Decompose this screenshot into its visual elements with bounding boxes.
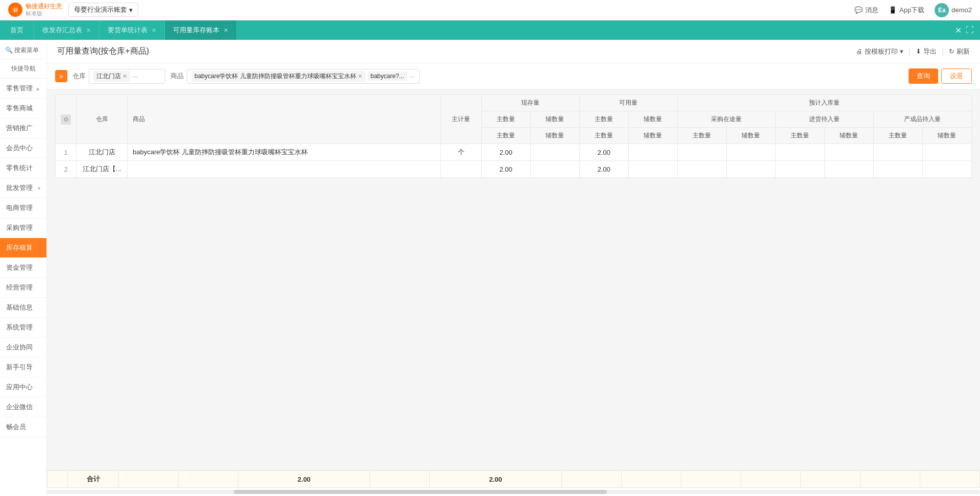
row1-incoming-sub <box>824 144 873 161</box>
sidebar-item-member-center-label: 会员中心 <box>6 144 33 153</box>
sidebar-item-new-guide[interactable]: 新手引导 <box>0 358 46 377</box>
sidebar-item-enterprise-collab[interactable]: 企业协同 <box>0 338 46 358</box>
row2-incoming-main <box>775 161 824 178</box>
sidebar-item-member-center[interactable]: 会员中心 <box>0 138 46 158</box>
tab-available-stock[interactable]: 可用量库存账本 ✕ <box>165 20 237 40</box>
sidebar-item-member[interactable]: 畅会员 <box>0 417 46 437</box>
sidebar-item-retail-mall[interactable]: 零售商城 <box>0 99 46 119</box>
sidebar-item-inventory-check[interactable]: 库存核算 <box>0 238 46 258</box>
svg-text:财: 财 <box>13 8 18 13</box>
product-filter-label: 商品 <box>170 72 184 81</box>
footer-purchase-sub <box>681 471 741 488</box>
refresh-btn[interactable]: ↻ 刷新 <box>949 47 970 56</box>
tab-order-stats[interactable]: 要货单统计表 ✕ <box>100 20 165 40</box>
tab-order-stats-close[interactable]: ✕ <box>152 27 156 34</box>
sidebar-item-ecommerce-mgmt[interactable]: 电商管理 <box>0 198 46 218</box>
product-filter-tag1: babycare学饮杯 儿童防摔防撞吸管杯重力球吸嘴杯宝宝水杯 ✕ <box>191 71 365 82</box>
tab-home-label: 首页 <box>10 26 23 35</box>
template-print-btn[interactable]: 🖨 按模板打印 ▾ <box>856 47 903 56</box>
th-purch-main2: 主数量 <box>677 128 726 144</box>
row2-available-main: 2.00 <box>579 161 628 178</box>
product-filter-input[interactable]: babycare学饮杯 儿童防摔防撞吸管杯重力球吸嘴杯宝宝水杯 ✕ babyca… <box>187 69 420 84</box>
logo-sub: 标准版 <box>26 10 62 17</box>
message-label: 消息 <box>865 6 878 15</box>
export-btn[interactable]: ⬇ 导出 <box>916 47 937 56</box>
table-row: 2 江北门店【... 2.00 2.00 <box>56 161 972 178</box>
sidebar-item-purchase-mgmt[interactable]: 采购管理 <box>0 218 46 238</box>
avatar: Ea <box>935 3 949 17</box>
footer-empty3 <box>179 471 238 488</box>
th-product-pending: 产成品待入量 <box>873 111 971 128</box>
table-row: 1 江北门店 babycare学饮杯 儿童防摔防撞吸管杯重力球吸嘴杯宝宝水杯 个… <box>56 144 972 161</box>
export-label: 导出 <box>923 47 937 56</box>
product-tag2-value: babycare?... <box>371 73 404 80</box>
th-purch-sub2: 辅数量 <box>726 128 775 144</box>
tab-order-stats-label: 要货单统计表 <box>108 26 148 35</box>
sidebar-item-retail-stats[interactable]: 零售统计 <box>0 158 46 178</box>
user-area[interactable]: Ea demo2 <box>935 3 972 17</box>
product-filter-tag2: babycare?... <box>368 72 407 81</box>
sidebar-item-basic-info-label: 基础信息 <box>6 303 33 312</box>
warehouse-filter-input[interactable]: 江北门店 ✕ ··· <box>89 69 165 84</box>
filter-bar: » 仓库 江北门店 ✕ ··· 商品 babycare学饮杯 儿童防摔防撞吸管杯… <box>47 63 980 89</box>
layout: 🔍 搜索菜单 快捷导航 零售管理 ▲ 零售商城 营销推广 会员中心 零售统计 批… <box>0 40 980 496</box>
export-icon: ⬇ <box>916 48 921 55</box>
row1-incoming-main <box>775 144 824 161</box>
footer-empty2 <box>119 471 179 488</box>
tab-available-stock-close[interactable]: ✕ <box>224 27 228 34</box>
row1-purchase-sub <box>726 144 775 161</box>
settings-icon[interactable]: ⚙ <box>61 114 71 125</box>
row1-purchase-main <box>677 144 726 161</box>
scrollbar-thumb[interactable] <box>234 490 607 494</box>
sidebar-item-marketing[interactable]: 营销推广 <box>0 119 46 138</box>
tab-receivable-close[interactable]: ✕ <box>86 27 91 34</box>
industry-selector[interactable]: 母婴行业演示账套 ▾ <box>68 3 138 17</box>
row1-product-main <box>873 144 922 161</box>
tab-receivable[interactable]: 收发存汇总表 ✕ <box>34 20 100 40</box>
expand-icon: » <box>59 72 63 80</box>
sidebar-item-sys-mgmt[interactable]: 系统管理 <box>0 318 46 338</box>
logo-text: 畅捷通好生意 <box>26 3 62 10</box>
sidebar-item-app-center[interactable]: 应用中心 <box>0 377 46 397</box>
chevron-icon: ▾ <box>38 185 40 191</box>
sidebar-item-enterprise-wechat[interactable]: 企业微信 <box>0 397 46 417</box>
row2-warehouse: 江北门店【... <box>77 161 128 178</box>
message-icon: 💬 <box>854 6 863 14</box>
row1-current-sub <box>530 144 579 161</box>
footer-row: 合计 2.00 2.00 <box>47 471 980 488</box>
horizontal-scrollbar[interactable] <box>47 490 980 494</box>
row2-product-sub <box>922 161 971 178</box>
sidebar-item-sys-mgmt-label: 系统管理 <box>6 323 33 332</box>
th-incom-sub2: 辅数量 <box>824 128 873 144</box>
row2-product-main <box>873 161 922 178</box>
sidebar-item-wholesale-mgmt[interactable]: 批发管理 ▾ <box>0 178 46 198</box>
close-all-tabs-icon[interactable]: ✕ <box>955 26 962 35</box>
sidebar-search[interactable]: 🔍 搜索菜单 <box>0 42 46 59</box>
sidebar-item-basic-info[interactable]: 基础信息 <box>0 298 46 318</box>
footer-current-main: 2.00 <box>238 471 370 488</box>
query-button[interactable]: 查询 <box>909 68 938 84</box>
warehouse-tag-value: 江北门店 <box>96 72 121 81</box>
warehouse-filter-tag: 江北门店 ✕ <box>93 71 130 82</box>
fullscreen-icon[interactable]: ⛶ <box>966 26 974 35</box>
sidebar: 🔍 搜索菜单 快捷导航 零售管理 ▲ 零售商城 营销推广 会员中心 零售统计 批… <box>0 40 47 496</box>
th-current-main: 主数量 <box>481 111 530 128</box>
sidebar-item-retail-mgmt[interactable]: 零售管理 ▲ <box>0 79 46 99</box>
footer-table: 合计 2.00 2.00 <box>47 470 980 488</box>
filter-expand-btn[interactable]: » <box>55 70 67 82</box>
sidebar-item-finance-mgmt[interactable]: 资金管理 <box>0 258 46 278</box>
download-action[interactable]: 📱 App下载 <box>889 6 924 15</box>
setting-button[interactable]: 设置 <box>941 68 972 84</box>
product-tag1-close[interactable]: ✕ <box>358 73 362 80</box>
message-action[interactable]: 💬 消息 <box>854 6 878 15</box>
tab-home[interactable]: 首页 <box>0 20 34 40</box>
th-cur-sub2: 辅数量 <box>530 128 579 144</box>
sidebar-quick-nav[interactable]: 快捷导航 <box>0 59 46 79</box>
sidebar-item-operation-mgmt[interactable]: 经营管理 <box>0 278 46 298</box>
mobile-icon: 📱 <box>889 6 897 14</box>
chevron-down-icon: ▾ <box>129 6 133 14</box>
warehouse-tag-close[interactable]: ✕ <box>122 73 127 80</box>
th-product: 商品 <box>128 95 441 144</box>
sidebar-quick-nav-label: 快捷导航 <box>11 65 36 72</box>
sidebar-search-label: 搜索菜单 <box>14 46 39 54</box>
